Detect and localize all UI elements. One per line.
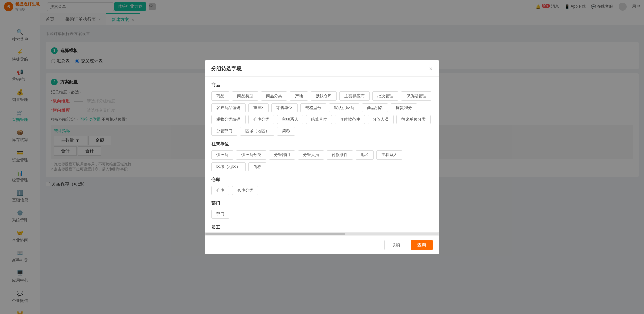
tag-product-15[interactable]: 税收分类编码 [211, 115, 246, 124]
tag-product-14[interactable]: 拣货积分 [391, 103, 417, 112]
tag-product-12[interactable]: 默认供应商 [329, 103, 359, 112]
modal-footer: 取消 查询 [205, 235, 439, 254]
tag-warehouse-0[interactable]: 仓库 [211, 186, 229, 195]
tag-partner-1[interactable]: 供应商分类 [236, 150, 266, 160]
section-warehouse: 仓库 仓库 仓库分类 [211, 177, 433, 195]
tag-partner-5[interactable]: 地区 [356, 150, 374, 160]
modal-body: 商品 商品 商品类型 商品分类 产地 默认仓库 主要供应商 批次管理 保质期管理… [205, 77, 439, 232]
section-employee-title: 员工 [211, 224, 433, 230]
section-dept-tags: 部门 [211, 210, 433, 219]
tag-partner-7[interactable]: 区域（地区） [211, 162, 246, 171]
tag-partner-8[interactable]: 简称 [248, 162, 266, 171]
tag-product-0[interactable]: 商品 [211, 91, 229, 101]
horizontal-scrollbar-track [205, 233, 439, 235]
tag-product-7[interactable]: 保质期管理 [401, 91, 431, 101]
cancel-button[interactable]: 取消 [384, 240, 407, 250]
tag-product-4[interactable]: 默认仓库 [311, 91, 337, 101]
tag-product-20[interactable]: 分管人员 [368, 115, 394, 124]
section-employee: 员工 业务员 [211, 224, 433, 232]
confirm-button[interactable]: 查询 [411, 240, 433, 250]
modal-close-button[interactable]: × [429, 65, 433, 72]
tag-product-8[interactable]: 客户商品编码 [211, 103, 246, 112]
section-warehouse-tags: 仓库 仓库分类 [211, 186, 433, 195]
section-partner: 往来单位 供应商 供应商分类 分管部门 分管人员 付款条件 地区 主联系人 区域… [211, 141, 433, 171]
tag-product-19[interactable]: 收付款条件 [335, 115, 365, 124]
section-dept: 部门 部门 [211, 200, 433, 219]
tag-warehouse-1[interactable]: 仓库分类 [232, 186, 258, 195]
modal-overlay: 分组待选字段 × 商品 商品 商品类型 商品分类 产地 默认仓库 主要供应商 批… [0, 0, 644, 314]
horizontal-scrollbar-thumb[interactable] [205, 233, 345, 235]
section-product-title: 商品 [211, 82, 433, 88]
section-warehouse-title: 仓库 [211, 177, 433, 183]
tag-product-18[interactable]: 结算单位 [306, 115, 332, 124]
section-partner-title: 往来单位 [211, 141, 433, 147]
tag-product-3[interactable]: 产地 [290, 91, 308, 101]
tag-product-11[interactable]: 规格型号 [300, 103, 326, 112]
section-partner-tags: 供应商 供应商分类 分管部门 分管人员 付款条件 地区 主联系人 区域（地区） … [211, 150, 433, 171]
tag-product-10[interactable]: 零售单位 [271, 103, 298, 112]
section-dept-title: 部门 [211, 200, 433, 206]
modal-title: 分组待选字段 [211, 66, 241, 72]
field-select-modal: 分组待选字段 × 商品 商品 商品类型 商品分类 产地 默认仓库 主要供应商 批… [205, 60, 439, 254]
tag-partner-3[interactable]: 分管人员 [298, 150, 324, 160]
tag-product-21[interactable]: 往来单位分类 [396, 115, 431, 124]
tag-product-13[interactable]: 商品别名 [362, 103, 388, 112]
tag-product-6[interactable]: 批次管理 [372, 91, 398, 101]
section-product: 商品 商品 商品类型 商品分类 产地 默认仓库 主要供应商 批次管理 保质期管理… [211, 82, 433, 136]
tag-product-17[interactable]: 主联系人 [277, 115, 303, 124]
section-product-tags: 商品 商品类型 商品分类 产地 默认仓库 主要供应商 批次管理 保质期管理 客户… [211, 91, 433, 136]
tag-product-22[interactable]: 分管部门 [211, 127, 237, 136]
tag-partner-2[interactable]: 分管部门 [269, 150, 295, 160]
horizontal-scrollbar-area[interactable] [205, 232, 439, 235]
tag-partner-0[interactable]: 供应商 [211, 150, 233, 160]
tag-product-16[interactable]: 仓库分类 [248, 115, 274, 124]
tag-dept-0[interactable]: 部门 [211, 210, 229, 219]
tag-product-24[interactable]: 简称 [277, 127, 295, 136]
modal-header: 分组待选字段 × [205, 60, 439, 77]
tag-partner-4[interactable]: 付款条件 [327, 150, 353, 160]
tag-product-1[interactable]: 商品类型 [232, 91, 258, 101]
tag-product-2[interactable]: 商品分类 [261, 91, 287, 101]
tag-product-9[interactable]: 重量3 [248, 103, 269, 112]
tag-product-5[interactable]: 主要供应商 [339, 91, 370, 101]
tag-product-23[interactable]: 区域（地区） [240, 127, 274, 136]
tag-partner-6[interactable]: 主联系人 [376, 150, 402, 160]
